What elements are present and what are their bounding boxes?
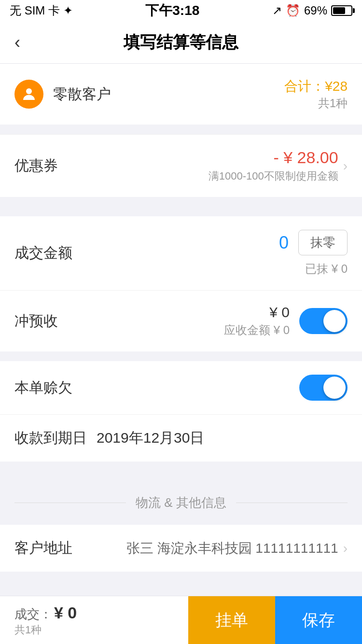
amount-sub: 已抹 ¥ 0 xyxy=(305,261,348,277)
svg-point-0 xyxy=(26,88,32,94)
total-label: 合计：¥28 xyxy=(284,77,348,96)
status-bar: 无 SIM 卡 ✦ 下午3:18 ↗ ⏰ 69% xyxy=(0,0,362,21)
bottom-deal-label: 成交： xyxy=(14,606,52,623)
debt-toggle-knob xyxy=(323,377,346,399)
debt-row: 本单赊欠 xyxy=(0,361,362,414)
address-value: 张三 海淀永丰科技园 11111111111 xyxy=(126,539,338,558)
customer-left: 零散客户 xyxy=(14,80,111,109)
logistics-label: 物流 & 其他信息 xyxy=(136,494,226,511)
debt-section: 本单赊欠 收款到期日 2019年12月30日 xyxy=(0,361,362,462)
amount-value: 0 xyxy=(279,233,289,253)
back-button[interactable]: ‹ xyxy=(14,32,20,53)
prepay-sub: 应收金额 ¥ 0 xyxy=(224,322,290,338)
nav-bar: ‹ 填写结算等信息 xyxy=(0,21,362,64)
bottom-deal-amount: ¥ 0 xyxy=(54,603,77,622)
bottom-info: 成交： ¥ 0 共1种 xyxy=(0,603,188,637)
amount-row: 成交金额 0 抹零 已抹 ¥ 0 xyxy=(0,216,362,291)
bottom-deal-row: 成交： ¥ 0 xyxy=(14,603,174,623)
address-right: 张三 海淀永丰科技园 11111111111 › xyxy=(117,539,348,558)
logistics-header: 物流 & 其他信息 xyxy=(0,481,362,525)
coupon-label: 优惠券 xyxy=(14,156,58,176)
status-left: 无 SIM 卡 ✦ xyxy=(10,3,73,18)
coupon-section[interactable]: 优惠券 - ¥ 28.00 满1000-100不限制使用金额 › xyxy=(0,134,362,197)
duedate-row: 收款到期日 2019年12月30日 xyxy=(0,414,362,462)
address-row[interactable]: 客户地址 张三 海淀永丰科技园 11111111111 › xyxy=(0,525,362,572)
avatar xyxy=(14,80,43,109)
count-label: 共1种 xyxy=(284,96,348,111)
amount-right: 0 抹零 xyxy=(279,230,348,255)
address-section[interactable]: 客户地址 张三 海淀永丰科技园 11111111111 › xyxy=(0,525,362,572)
amount-section: 成交金额 0 抹零 已抹 ¥ 0 冲预收 ¥ 0 应收金额 ¥ 0 xyxy=(0,216,362,351)
address-label: 客户地址 xyxy=(14,538,72,558)
bottom-bar: 成交： ¥ 0 共1种 挂单 保存 xyxy=(0,596,362,644)
status-time: 下午3:18 xyxy=(145,1,199,20)
customer-right: 合计：¥28 共1种 xyxy=(284,77,348,111)
round-button[interactable]: 抹零 xyxy=(298,230,348,255)
location-icon: ↗ xyxy=(272,4,282,17)
hold-button[interactable]: 挂单 xyxy=(188,596,275,644)
customer-name: 零散客户 xyxy=(53,84,111,104)
battery-fill xyxy=(333,7,345,14)
divider-1 xyxy=(0,207,362,216)
coupon-row[interactable]: 优惠券 - ¥ 28.00 满1000-100不限制使用金额 › xyxy=(0,134,362,197)
duedate-value: 2019年12月30日 xyxy=(97,428,204,448)
prepay-toggle[interactable] xyxy=(299,308,348,334)
customer-section: 零散客户 合计：¥28 共1种 xyxy=(0,64,362,125)
duedate-label: 收款到期日 xyxy=(14,428,87,448)
nav-title: 填写结算等信息 xyxy=(124,31,238,54)
divider-2 xyxy=(0,351,362,361)
bottom-count: 共1种 xyxy=(14,623,174,637)
coupon-desc: 满1000-100不限制使用金额 xyxy=(209,169,338,183)
divider-3 xyxy=(0,471,362,481)
prepay-row: 冲预收 ¥ 0 应收金额 ¥ 0 xyxy=(0,291,362,351)
prepay-label: 冲预收 xyxy=(14,311,58,331)
toggle-knob xyxy=(323,310,346,332)
status-right: ↗ ⏰ 69% xyxy=(272,4,352,17)
coupon-amount: - ¥ 28.00 xyxy=(209,148,338,167)
prepay-info: ¥ 0 应收金额 ¥ 0 xyxy=(224,304,290,338)
debt-label: 本单赊欠 xyxy=(14,378,72,398)
debt-toggle[interactable] xyxy=(299,375,348,401)
coupon-info: - ¥ 28.00 满1000-100不限制使用金额 xyxy=(209,148,338,183)
user-icon xyxy=(20,85,38,103)
coupon-right: - ¥ 28.00 满1000-100不限制使用金额 › xyxy=(209,148,348,183)
save-button[interactable]: 保存 xyxy=(275,596,362,644)
amount-label: 成交金额 xyxy=(14,243,72,263)
prepay-right: ¥ 0 应收金额 ¥ 0 xyxy=(224,304,348,338)
prepay-amount: ¥ 0 xyxy=(224,304,290,321)
sim-label: 无 SIM 卡 ✦ xyxy=(10,3,73,18)
amount-right-group: 0 抹零 已抹 ¥ 0 xyxy=(279,230,348,277)
address-chevron-icon: › xyxy=(343,541,348,556)
chevron-right-icon: › xyxy=(343,158,348,174)
battery-icon xyxy=(331,5,352,16)
alarm-icon: ⏰ xyxy=(286,4,300,17)
battery-label: 69% xyxy=(304,4,327,17)
